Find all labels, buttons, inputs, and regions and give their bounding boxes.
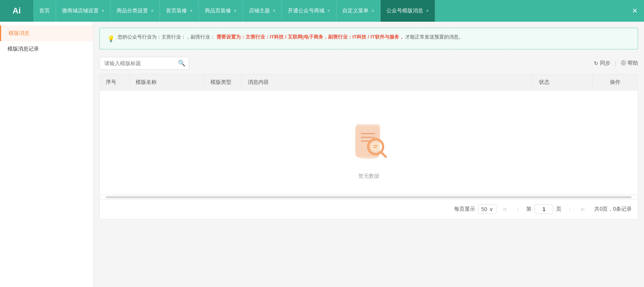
sync-label: 同步 xyxy=(600,60,610,67)
tab-close-shop-settings[interactable]: × xyxy=(102,8,104,13)
page-first-label: 第 xyxy=(526,206,531,213)
tab-close-template-msg[interactable]: × xyxy=(426,8,429,13)
tab-category-settings[interactable]: 商品分类设置× xyxy=(111,0,160,22)
table-header: 序号 模版名称 模版类型 消息内容 状态 操作 xyxy=(100,74,638,91)
th-type: 模版类型 xyxy=(204,74,242,90)
main-layout: 模版消息模版消息记录 💡 您的公众号行业为：主营行业：，副营行业： 需要设置为：… xyxy=(0,22,644,287)
search-input-wrapper: 🔍 xyxy=(99,57,189,70)
th-no: 序号 xyxy=(100,74,130,90)
help-icon: ⓪ xyxy=(621,60,626,67)
tab-template-msg[interactable]: 公众号模版消息× xyxy=(380,0,435,22)
tab-product-decor[interactable]: 商品页装修× xyxy=(199,0,243,22)
svg-line-6 xyxy=(381,152,386,157)
search-input[interactable] xyxy=(99,57,189,70)
page-label: 页 xyxy=(556,206,561,213)
search-right: ↻ 同步 | ⓪ 帮助 xyxy=(594,60,638,67)
sidebar: 模版消息模版消息记录 xyxy=(0,22,93,287)
tab-close-home-decor[interactable]: × xyxy=(190,8,192,13)
page-size-value: 50 xyxy=(481,206,487,212)
page-number-input[interactable] xyxy=(534,204,553,214)
sidebar-item-template-msg-record[interactable]: 模版消息记录 xyxy=(0,41,93,57)
tab-home[interactable]: 首页 xyxy=(33,0,56,22)
nav-close-button[interactable]: ✕ xyxy=(625,0,644,22)
tab-home-decor[interactable]: 首页装修× xyxy=(160,0,199,22)
th-content: 消息内容 xyxy=(242,74,533,90)
empty-text: 暂无数据 xyxy=(358,173,379,180)
first-page-button[interactable]: ⊲ xyxy=(499,204,510,214)
tab-label: 首页装修 xyxy=(166,7,187,14)
page-size-select[interactable]: 50 ∨ xyxy=(478,204,497,214)
tab-close-open-mall[interactable]: × xyxy=(327,8,330,13)
tab-custom-menu[interactable]: 自定义菜单× xyxy=(336,0,380,22)
next-page-button[interactable]: › xyxy=(564,204,575,214)
empty-state: 暂无数据 xyxy=(100,91,638,195)
scrollbar-area[interactable] xyxy=(100,195,638,199)
logo-text: Ai xyxy=(13,6,21,16)
content-area: 💡 您的公众号行业为：主营行业：，副营行业： 需要设置为：主营行业：IT科技 /… xyxy=(93,22,644,287)
svg-point-5 xyxy=(371,142,380,152)
sync-icon: ↻ xyxy=(594,60,598,66)
divider: | xyxy=(615,60,616,66)
table-wrapper: 序号 模版名称 模版类型 消息内容 状态 操作 xyxy=(99,74,638,219)
last-page-button[interactable]: ⊳ xyxy=(578,204,588,214)
search-icon[interactable]: 🔍 xyxy=(178,59,185,67)
notice-text: 您的公众号行业为：主营行业：，副营行业： 需要设置为：主营行业：IT科技 / 互… xyxy=(118,33,463,41)
search-left: 🔍 xyxy=(99,57,189,70)
pagination: 每页显示 50 ∨ ⊲ ‹ 第 页 › ⊳ 共0页，0条记录 xyxy=(100,199,638,219)
sync-button[interactable]: ↻ 同步 xyxy=(594,60,610,67)
chevron-down-icon: ∨ xyxy=(489,206,493,212)
tab-label: 开通公众号商城 xyxy=(288,7,324,14)
nav-tabs: 首页微商城店铺设置×商品分类设置×首页装修×商品页装修×店铺主题×开通公众号商城… xyxy=(33,0,625,22)
help-button[interactable]: ⓪ 帮助 xyxy=(621,60,638,67)
notice-box: 💡 您的公众号行业为：主营行业：，副营行业： 需要设置为：主营行业：IT科技 /… xyxy=(99,28,638,49)
tab-shop-theme[interactable]: 店铺主题× xyxy=(243,0,282,22)
th-name: 模版名称 xyxy=(130,74,204,90)
logo: Ai xyxy=(0,0,33,22)
tab-label: 首页 xyxy=(39,7,50,14)
prev-page-button[interactable]: ‹ xyxy=(513,204,523,214)
notice-prefix: 您的公众号行业为：主营行业：，副营行业： xyxy=(118,34,215,40)
top-nav: Ai 首页微商城店铺设置×商品分类设置×首页装修×商品页装修×店铺主题×开通公众… xyxy=(0,0,644,22)
tab-label: 商品分类设置 xyxy=(117,7,148,14)
tab-close-shop-theme[interactable]: × xyxy=(273,8,275,13)
tab-label: 公众号模版消息 xyxy=(386,7,423,14)
tab-label: 商品页装修 xyxy=(205,7,231,14)
help-label: 帮助 xyxy=(628,60,638,67)
search-bar: 🔍 ↻ 同步 | ⓪ 帮助 xyxy=(99,57,638,70)
th-action: 操作 xyxy=(593,74,638,90)
scrollbar-track xyxy=(106,196,632,198)
notice-highlight: 需要设置为：主营行业：IT科技 / 互联网|电子商务，副营行业：IT科技 / I… xyxy=(216,34,404,40)
notice-icon: 💡 xyxy=(107,34,115,44)
empty-icon xyxy=(343,113,395,165)
tab-open-mall[interactable]: 开通公众号商城× xyxy=(282,0,336,22)
notice-suffix: 才能正常发送预置的消息。 xyxy=(405,34,463,40)
tab-close-product-decor[interactable]: × xyxy=(234,8,237,13)
tab-label: 微商城店铺设置 xyxy=(62,7,99,14)
th-status: 状态 xyxy=(533,74,593,90)
tab-close-custom-menu[interactable]: × xyxy=(372,8,374,13)
tab-label: 店铺主题 xyxy=(249,7,270,14)
page-size-label: 每页显示 xyxy=(454,206,475,213)
sidebar-item-template-msg[interactable]: 模版消息 xyxy=(0,25,93,41)
tab-shop-settings[interactable]: 微商城店铺设置× xyxy=(56,0,111,22)
tab-label: 自定义菜单 xyxy=(342,7,369,14)
total-info: 共0页，0条记录 xyxy=(594,206,632,213)
tab-close-category-settings[interactable]: × xyxy=(151,8,154,13)
